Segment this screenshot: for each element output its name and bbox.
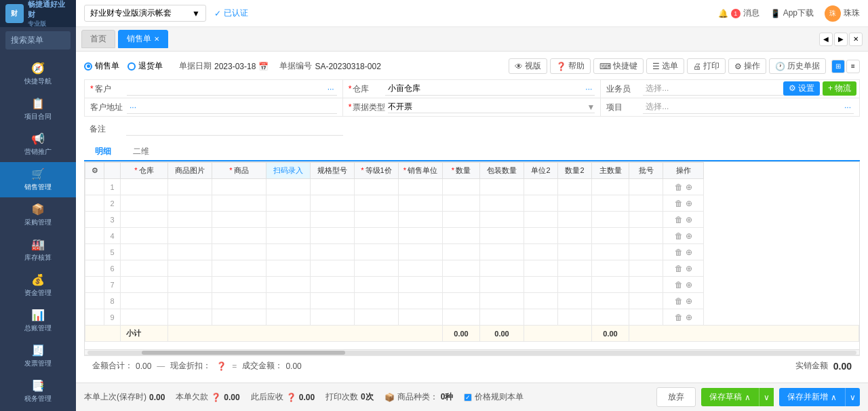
row-spec[interactable] — [311, 260, 355, 277]
row-spec[interactable] — [311, 244, 355, 260]
row-unit2[interactable] — [524, 244, 558, 260]
row-price[interactable] — [355, 277, 399, 293]
project-dots[interactable]: ··· — [844, 102, 851, 112]
list-view-button[interactable]: ≡ — [846, 60, 860, 73]
row-product[interactable] — [212, 277, 267, 293]
row-batch[interactable] — [629, 195, 663, 212]
table-row[interactable]: 9 🗑 ⊕ — [85, 309, 859, 326]
row-qty2[interactable] — [558, 293, 592, 309]
row-warehouse[interactable] — [121, 260, 168, 277]
row-scan[interactable] — [267, 228, 311, 244]
delete-icon[interactable]: 🗑 — [675, 280, 683, 290]
row-image[interactable] — [168, 244, 212, 260]
table-row[interactable]: 3 🗑 ⊕ — [85, 212, 859, 228]
row-unit[interactable] — [399, 277, 443, 293]
row-quantity[interactable] — [443, 277, 480, 293]
row-image[interactable] — [168, 260, 212, 277]
row-batch[interactable] — [629, 260, 663, 277]
sidebar-item-nav[interactable]: 🧭 快捷导航 — [0, 56, 76, 92]
row-unit2[interactable] — [524, 195, 558, 212]
date-value[interactable]: 2023-03-18 — [214, 62, 256, 71]
history-button[interactable]: 🕐 历史单据 — [769, 58, 826, 74]
tab-next-button[interactable]: ▶ — [834, 33, 848, 46]
row-price[interactable] — [355, 293, 399, 309]
delete-icon[interactable]: 🗑 — [675, 248, 683, 257]
row-quantity[interactable] — [443, 260, 480, 277]
row-spec[interactable] — [311, 293, 355, 309]
row-qty2[interactable] — [558, 195, 592, 212]
row-main-qty[interactable] — [592, 195, 629, 212]
row-product[interactable] — [212, 179, 267, 195]
row-warehouse[interactable] — [121, 195, 168, 212]
warehouse-input[interactable]: 小亩仓库 ··· — [385, 82, 595, 96]
preview-button[interactable]: 👁 视版 — [509, 58, 547, 74]
row-spec[interactable] — [311, 309, 355, 326]
tab-close-all-button[interactable]: ✕ — [849, 33, 863, 46]
copy-icon[interactable]: ⊕ — [686, 248, 692, 257]
row-unit2[interactable] — [524, 277, 558, 293]
remark-input[interactable] — [126, 123, 343, 136]
row-warehouse[interactable] — [121, 277, 168, 293]
company-selector[interactable]: 好业财专业版演示帐套 ▼ — [84, 5, 206, 22]
tab-2d[interactable]: 二维 — [122, 143, 160, 161]
copy-icon[interactable]: ⊕ — [686, 182, 692, 192]
row-scan[interactable] — [267, 293, 311, 309]
row-warehouse[interactable] — [121, 212, 168, 228]
row-price[interactable] — [355, 212, 399, 228]
table-row[interactable]: 5 🗑 ⊕ — [85, 244, 859, 260]
settings-button[interactable]: ⚙ 设置 — [783, 81, 820, 96]
row-main-qty[interactable] — [592, 212, 629, 228]
row-qty2[interactable] — [558, 228, 592, 244]
tab-close-icon[interactable]: ✕ — [154, 35, 159, 43]
row-unit[interactable] — [399, 260, 443, 277]
copy-icon[interactable]: ⊕ — [686, 231, 692, 241]
row-unit[interactable] — [399, 179, 443, 195]
print-button[interactable]: 🖨 打印 — [687, 58, 726, 74]
row-main-qty[interactable] — [592, 179, 629, 195]
row-pkg-qty[interactable] — [480, 309, 524, 326]
row-scan[interactable] — [267, 195, 311, 212]
row-pkg-qty[interactable] — [480, 179, 524, 195]
search-menu-button[interactable]: 搜索菜单 — [5, 31, 71, 50]
delete-icon[interactable]: 🗑 — [675, 296, 683, 306]
table-row[interactable]: 7 🗑 ⊕ — [85, 277, 859, 293]
copy-icon[interactable]: ⊕ — [686, 313, 692, 322]
row-unit[interactable] — [399, 212, 443, 228]
grid-view-button[interactable]: ⊞ — [831, 60, 845, 73]
copy-icon[interactable]: ⊕ — [686, 199, 692, 208]
row-pkg-qty[interactable] — [480, 244, 524, 260]
warehouse-dots[interactable]: ··· — [585, 84, 592, 94]
row-unit2[interactable] — [524, 293, 558, 309]
row-warehouse[interactable] — [121, 293, 168, 309]
delete-icon[interactable]: 🗑 — [675, 199, 683, 208]
row-pkg-qty[interactable] — [480, 277, 524, 293]
row-price[interactable] — [355, 260, 399, 277]
number-value[interactable]: SA-20230318-002 — [315, 62, 380, 71]
row-qty2[interactable] — [558, 244, 592, 260]
row-batch[interactable] — [629, 244, 663, 260]
ticket-select[interactable]: 不开票 ▼ — [388, 101, 595, 113]
delete-icon[interactable]: 🗑 — [675, 182, 683, 192]
select-button[interactable]: ☰ 选单 — [646, 58, 684, 74]
row-scan[interactable] — [267, 179, 311, 195]
row-pkg-qty[interactable] — [480, 260, 524, 277]
row-product[interactable] — [212, 244, 267, 260]
address-dots[interactable]: ··· — [130, 102, 136, 112]
sidebar-item-purchase[interactable]: 📦 采购管理 — [0, 197, 76, 233]
table-row[interactable]: 1 🗑 ⊕ — [85, 179, 859, 195]
col-settings[interactable]: ⚙ — [85, 163, 104, 179]
row-quantity[interactable] — [443, 244, 480, 260]
sidebar-item-invoice[interactable]: 🧾 发票管理 — [0, 338, 76, 374]
row-image[interactable] — [168, 212, 212, 228]
save-draft-button[interactable]: 保存草稿 ∧ — [701, 388, 759, 406]
row-price[interactable] — [355, 244, 399, 260]
user-menu[interactable]: 珠 珠珠 — [825, 5, 860, 22]
project-input[interactable]: 选择... ··· — [643, 100, 854, 114]
sidebar-item-project[interactable]: 📋 项目合同 — [0, 92, 76, 127]
copy-icon[interactable]: ⊕ — [686, 296, 692, 306]
row-image[interactable] — [168, 195, 212, 212]
row-scan[interactable] — [267, 244, 311, 260]
row-scan[interactable] — [267, 277, 311, 293]
row-spec[interactable] — [311, 179, 355, 195]
sidebar-item-inventory[interactable]: 🏭 库存核算 — [0, 233, 76, 268]
